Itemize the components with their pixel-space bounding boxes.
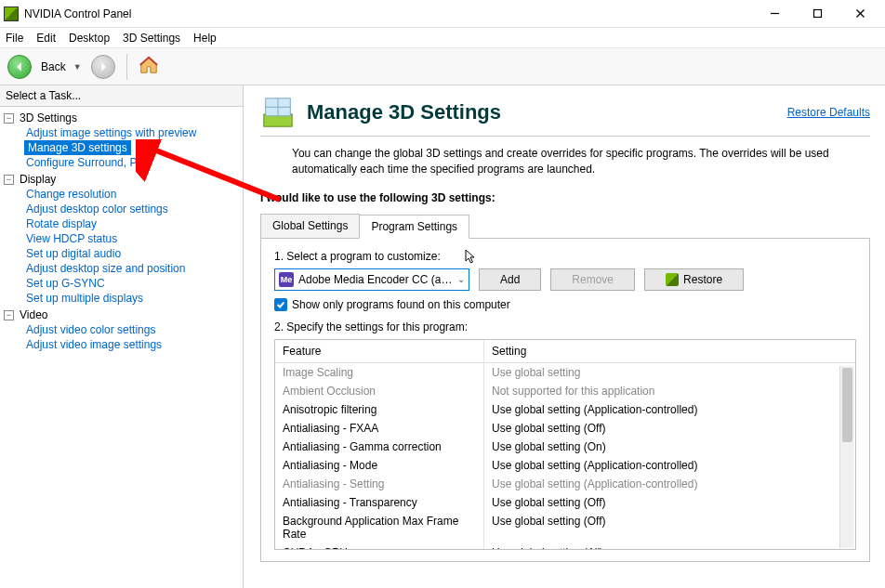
home-button[interactable] <box>139 55 159 78</box>
cell-feature: Background Application Max Frame Rate <box>275 512 484 543</box>
tree-group-3d-settings[interactable]: −3D Settings <box>4 111 239 125</box>
tree-link-manage-3d[interactable]: Manage 3D settings <box>24 140 131 155</box>
table-row[interactable]: Ambient OcclusionNot supported for this … <box>275 382 855 400</box>
toolbar: Back ▼ <box>0 48 885 85</box>
cell-feature: Antialiasing - Transparency <box>275 493 484 512</box>
tree-link-view-hdcp[interactable]: View HDCP status <box>24 231 239 246</box>
back-history-chevron-icon[interactable]: ▼ <box>73 62 82 72</box>
cell-setting: Use global setting (All) <box>484 543 855 549</box>
title-bar: NVIDIA Control Panel <box>0 0 885 28</box>
step1-label: 1. Select a program to customize: <box>274 250 856 263</box>
tree-link-video-image[interactable]: Adjust video image settings <box>24 337 239 352</box>
settings-table: Feature Setting Image ScalingUse global … <box>274 339 856 550</box>
tree-link-multiple-displays[interactable]: Set up multiple displays <box>24 291 239 306</box>
table-scrollbar[interactable] <box>839 366 854 548</box>
collapse-icon: − <box>4 113 14 124</box>
tree-link-rotate-display[interactable]: Rotate display <box>24 216 239 231</box>
step2-label: 2. Specify the settings for this program… <box>274 320 856 333</box>
page-title: Manage 3D Settings <box>307 100 776 124</box>
content-pane: Manage 3D Settings Restore Defaults You … <box>244 85 885 588</box>
tree-link-change-resolution[interactable]: Change resolution <box>24 187 239 202</box>
media-encoder-icon: Me <box>279 272 294 287</box>
tree-link-adjust-image[interactable]: Adjust image settings with preview <box>24 125 239 140</box>
minimize-button[interactable] <box>753 0 796 28</box>
cell-setting: Use global setting (Application-controll… <box>484 400 855 419</box>
intro-text: You can change the global 3D settings an… <box>292 146 870 178</box>
table-row[interactable]: Image ScalingUse global setting <box>275 363 855 382</box>
col-feature: Feature <box>275 340 484 362</box>
section-label: I would like to use the following 3D set… <box>260 191 870 204</box>
dropdown-value: Adobe Media Encoder CC (adob… <box>298 273 457 286</box>
menu-bar: File Edit Desktop 3D Settings Help <box>0 28 885 48</box>
tree-link-gsync[interactable]: Set up G-SYNC <box>24 276 239 291</box>
scrollbar-thumb[interactable] <box>842 368 852 442</box>
table-row[interactable]: Antialiasing - FXAAUse global setting (O… <box>275 419 855 438</box>
restore-button[interactable]: Restore <box>644 268 744 291</box>
cell-setting: Use global setting (Application-controll… <box>484 456 855 475</box>
menu-edit[interactable]: Edit <box>36 32 56 45</box>
cell-feature: Ambient Occlusion <box>275 382 484 400</box>
table-row[interactable]: Antialiasing - Gamma correctionUse globa… <box>275 438 855 456</box>
nvidia-eye-icon <box>666 273 679 286</box>
sidebar-header: Select a Task... <box>0 85 243 107</box>
back-button[interactable] <box>7 55 32 79</box>
show-only-checkbox[interactable] <box>274 298 287 311</box>
tab-global-settings[interactable]: Global Settings <box>260 214 360 238</box>
menu-help[interactable]: Help <box>193 32 217 45</box>
task-tree: −3D Settings Adjust image settings with … <box>0 107 243 358</box>
cell-feature: Antialiasing - Setting <box>275 475 484 493</box>
menu-desktop[interactable]: Desktop <box>69 32 110 45</box>
cell-setting: Use global setting (Off) <box>484 419 855 438</box>
menu-file[interactable]: File <box>6 32 23 45</box>
svg-rect-1 <box>813 10 821 18</box>
program-dropdown[interactable]: Me Adobe Media Encoder CC (adob… ⌄ <box>274 268 469 291</box>
tree-group-display[interactable]: −Display <box>4 172 239 187</box>
collapse-icon: − <box>4 310 14 320</box>
tab-body-program: 1. Select a program to customize: Me Ado… <box>261 238 869 561</box>
forward-button[interactable] <box>91 55 115 79</box>
cell-setting: Not supported for this application <box>484 382 855 400</box>
remove-button[interactable]: Remove <box>550 268 635 291</box>
add-button[interactable]: Add <box>479 268 541 291</box>
table-row[interactable]: CUDA - GPUsUse global setting (All) <box>275 543 855 549</box>
maximize-button[interactable] <box>796 0 839 28</box>
col-setting: Setting <box>484 340 855 362</box>
table-row[interactable]: Antialiasing - TransparencyUse global se… <box>275 493 855 512</box>
tab-program-settings[interactable]: Program Settings <box>359 215 469 239</box>
cell-setting: Use global setting <box>484 363 855 382</box>
cell-feature: Antialiasing - FXAA <box>275 419 484 438</box>
cell-feature: Anisotropic filtering <box>275 400 484 419</box>
tree-link-desktop-size-position[interactable]: Adjust desktop size and position <box>24 261 239 276</box>
sidebar: Select a Task... −3D Settings Adjust ima… <box>0 85 244 588</box>
manage-3d-icon <box>260 95 296 130</box>
show-only-label: Show only programs found on this compute… <box>292 298 510 311</box>
cell-setting: Use global setting (On) <box>484 438 855 456</box>
tree-group-video[interactable]: −Video <box>4 307 239 322</box>
table-row[interactable]: Antialiasing - ModeUse global setting (A… <box>275 456 855 475</box>
menu-3d-settings[interactable]: 3D Settings <box>123 32 180 45</box>
back-label: Back <box>41 60 66 73</box>
nvidia-logo-icon <box>4 7 19 21</box>
table-row[interactable]: Background Application Max Frame RateUse… <box>275 512 855 543</box>
tree-link-video-color[interactable]: Adjust video color settings <box>24 322 239 337</box>
toolbar-separator <box>126 54 127 80</box>
tree-link-adjust-desktop-color[interactable]: Adjust desktop color settings <box>24 202 239 216</box>
tree-link-configure-surround[interactable]: Configure Surround, P <box>24 155 239 170</box>
cell-feature: Antialiasing - Mode <box>275 456 484 475</box>
window-title: NVIDIA Control Panel <box>24 7 753 20</box>
cell-setting: Use global setting (Application-controll… <box>484 475 855 493</box>
collapse-icon: − <box>4 175 14 185</box>
tree-link-digital-audio[interactable]: Set up digital audio <box>24 246 239 261</box>
chevron-down-icon: ⌄ <box>457 274 465 284</box>
cell-setting: Use global setting (Off) <box>484 493 855 512</box>
cell-feature: Image Scaling <box>275 363 484 382</box>
tab-strip: Global Settings Program Settings <box>260 214 870 238</box>
cell-feature: CUDA - GPUs <box>275 543 484 549</box>
cell-feature: Antialiasing - Gamma correction <box>275 438 484 456</box>
close-button[interactable] <box>839 0 881 28</box>
cell-setting: Use global setting (Off) <box>484 512 855 543</box>
table-row[interactable]: Antialiasing - SettingUse global setting… <box>275 475 855 493</box>
restore-defaults-link[interactable]: Restore Defaults <box>787 106 870 119</box>
table-row[interactable]: Anisotropic filteringUse global setting … <box>275 400 855 419</box>
